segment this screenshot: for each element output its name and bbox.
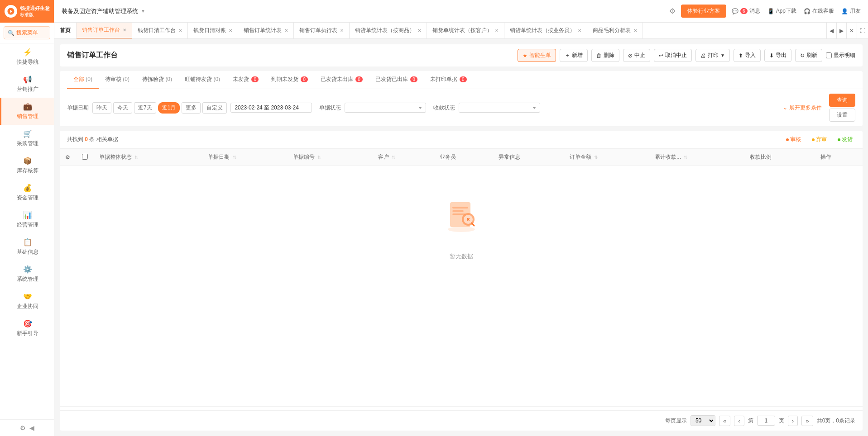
filter-tab-shipped-not-in[interactable]: 已发货未出库 0 [314, 71, 369, 89]
sidebar-collapse-btn[interactable]: ◀ [29, 424, 34, 431]
filter-tab-all[interactable]: 全部 (0) [67, 71, 99, 89]
tab-sales-by-staff-close[interactable]: ✕ [578, 28, 581, 33]
sidebar-item-operation[interactable]: 📊 经营管理 [0, 206, 54, 233]
filter-tab-shipped-in[interactable]: 已发货已出库 0 [369, 71, 424, 89]
tab-sales-by-customer-close[interactable]: ✕ [495, 28, 499, 33]
col-number-sort[interactable]: ⇅ [317, 155, 321, 160]
page-input[interactable] [757, 416, 775, 426]
tab-maximize[interactable]: ⛶ [857, 23, 868, 39]
tab-sales-by-product[interactable]: 销货单统计表（按商品） ✕ [350, 23, 427, 39]
query-btn[interactable]: 查询 [829, 94, 855, 107]
date-range-input[interactable] [230, 103, 312, 113]
date-custom-btn[interactable]: 自定义 [202, 102, 227, 114]
topbar-settings-icon[interactable]: ⚙ [669, 7, 676, 15]
tab-sales-stat-close[interactable]: ✕ [284, 28, 288, 33]
tab-home[interactable]: 首页 [54, 23, 77, 39]
col-customer-sort[interactable]: ⇅ [392, 155, 395, 160]
settings-btn[interactable]: 设置 [829, 109, 855, 122]
tab-scroll-right[interactable]: ▶ [836, 23, 846, 39]
last-page-btn[interactable]: » [801, 416, 813, 426]
sidebar-item-marketing[interactable]: 📢 营销推广 [0, 71, 54, 98]
col-settings[interactable]: ⚙ [60, 149, 76, 166]
filter-tab-pending-inspect[interactable]: 待拣验货 (0) [136, 71, 178, 89]
tab-sales-exec-close[interactable]: ✕ [340, 28, 344, 33]
message-btn[interactable]: 💬 6 消息 [732, 7, 760, 15]
basic-label: 基础信息 [17, 248, 38, 256]
tab-sales-by-staff[interactable]: 销货单统计表（按业务员） ✕ [504, 23, 587, 39]
sidebar-item-enterprise[interactable]: 🤝 企业协同 [0, 288, 54, 315]
date-last1m-btn[interactable]: 近1月 [158, 102, 180, 114]
tab-sales-by-staff-label: 销货单统计表（按业务员） [510, 27, 575, 34]
col-date-sort[interactable]: ⇅ [233, 155, 236, 160]
date-last7-btn[interactable]: 近7天 [134, 102, 156, 114]
filter-tab-pending-review[interactable]: 待审核 (0) [99, 71, 136, 89]
sidebar-item-sales[interactable]: 💼 销售管理 [0, 98, 54, 125]
tab-sales-workbench-close[interactable]: ✕ [123, 28, 126, 33]
delete-btn[interactable]: 🗑 删除 [591, 49, 619, 62]
next-page-btn[interactable]: › [788, 416, 798, 426]
sidebar-item-inventory[interactable]: 📦 库存核算 [0, 152, 54, 179]
sidebar-item-basic[interactable]: 📋 基础信息 [0, 233, 54, 261]
sidebar-item-newbie[interactable]: 🎯 新手引导 [0, 315, 54, 342]
filter-tab-expired-not-shipped[interactable]: 到期未发货 0 [265, 71, 314, 89]
search-menu-button[interactable]: 🔍 搜索菜单 [4, 26, 50, 39]
tab-cash-reconcile[interactable]: 钱货日清对账 ✕ [188, 23, 238, 39]
tab-cash-daily-close[interactable]: ✕ [178, 28, 182, 33]
tab-product-margin[interactable]: 商品毛利分析表 ✕ [587, 23, 643, 39]
sidebar-item-finance[interactable]: 💰 资金管理 [0, 179, 54, 206]
filter-tab-not-printed[interactable]: 未打印单据 0 [424, 71, 473, 89]
tab-sales-workbench[interactable]: 销售订单工作台 ✕ [77, 23, 132, 39]
prev-page-btn[interactable]: ‹ [734, 416, 744, 426]
tab-cash-reconcile-close[interactable]: ✕ [229, 28, 232, 33]
col-amount-sort[interactable]: ⇅ [594, 155, 598, 160]
show-detail-toggle[interactable]: 显示明细 [826, 52, 855, 59]
sidebar-item-purchase[interactable]: 🛒 采购管理 [0, 125, 54, 152]
sidebar-settings-btn[interactable]: ⚙ [20, 424, 26, 431]
page-size-select[interactable]: 50 10 20 100 [691, 415, 715, 426]
filter-tab-not-shipped-label: 未发货 [233, 76, 249, 82]
show-detail-checkbox[interactable] [826, 52, 832, 58]
status-select[interactable] [345, 103, 426, 113]
filter-tab-not-shipped[interactable]: 未发货 0 [226, 71, 265, 89]
smart-create-btn[interactable]: ★ 智能生单 [518, 49, 556, 62]
payment-label: 收款状态 [433, 104, 455, 112]
batch-cancel-review-btn[interactable]: 弃审 [809, 134, 830, 145]
cancel-stop-btn[interactable]: ↩ 取消中止 [654, 49, 692, 62]
refresh-btn[interactable]: ↻ 刷新 [795, 49, 822, 62]
col-status-sort[interactable]: ⇅ [134, 155, 138, 160]
col-collected-sort[interactable]: ⇅ [684, 155, 687, 160]
horizontal-scrollbar[interactable] [60, 406, 863, 410]
export-btn[interactable]: ⬇ 导出 [764, 49, 791, 62]
col-checkbox[interactable] [76, 149, 94, 166]
first-page-btn[interactable]: « [719, 416, 730, 426]
operation-icon: 📊 [23, 211, 32, 219]
tab-product-margin-close[interactable]: ✕ [633, 28, 637, 33]
tab-scroll-left[interactable]: ◀ [826, 23, 836, 39]
batch-review-btn[interactable]: 审核 [783, 134, 804, 145]
tab-cash-daily[interactable]: 钱货日清工作台 ✕ [132, 23, 188, 39]
print-btn[interactable]: 🖨 打印 ▼ [695, 49, 730, 62]
import-btn[interactable]: ⬆ 导入 [734, 49, 761, 62]
tab-sales-stat[interactable]: 销售订单统计表 ✕ [238, 23, 294, 39]
sidebar-item-system[interactable]: ⚙️ 系统管理 [0, 261, 54, 288]
payment-field: 收款状态 [433, 103, 540, 113]
new-btn[interactable]: ＋ 新增 [560, 49, 588, 62]
sidebar-item-quick-nav[interactable]: ⚡ 快捷导航 [0, 43, 54, 71]
tab-sales-exec[interactable]: 销售订单执行表 ✕ [294, 23, 350, 39]
tab-sales-by-product-close[interactable]: ✕ [417, 28, 421, 33]
experience-btn[interactable]: 体验行业方案 [681, 5, 726, 18]
select-all-checkbox[interactable] [82, 154, 88, 160]
filter-tab-wangpu[interactable]: 旺铺待发货 (0) [178, 71, 226, 89]
tab-sales-by-customer[interactable]: 销货单统计表（按客户） ✕ [427, 23, 504, 39]
payment-select[interactable] [459, 103, 540, 113]
tab-close-all[interactable]: ✕ [846, 23, 857, 39]
date-more-btn[interactable]: 更多 [182, 102, 201, 114]
expand-conditions-btn[interactable]: ⌄ 展开更多条件 [783, 104, 822, 112]
online-service-btn[interactable]: 🎧 在线客服 [804, 7, 834, 15]
date-today-btn[interactable]: 今天 [113, 102, 132, 114]
batch-ship-btn[interactable]: 发货 [835, 134, 855, 145]
user-btn[interactable]: 👤 用友 [841, 7, 861, 15]
app-download-btn[interactable]: 📱 App下载 [767, 7, 796, 15]
stop-btn[interactable]: ⊘ 中止 [623, 49, 650, 62]
date-yesterday-btn[interactable]: 昨天 [92, 102, 111, 114]
